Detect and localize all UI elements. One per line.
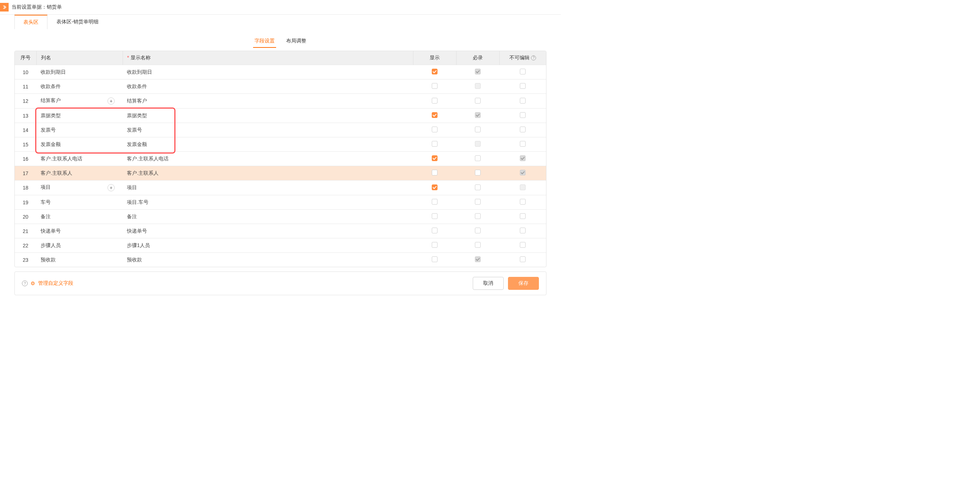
col-header-display: *显示名称 [123, 51, 413, 65]
checkbox-show[interactable] [432, 256, 438, 262]
cell-display-name[interactable]: 发票号 [123, 123, 413, 137]
cell-required [456, 65, 500, 80]
checkbox-required[interactable] [475, 213, 480, 219]
checkbox-required[interactable] [475, 127, 480, 132]
cell-display-name[interactable]: 备注 [123, 210, 413, 224]
tab-secondary-1[interactable]: 布局调整 [285, 35, 308, 48]
checkbox-required[interactable] [475, 155, 480, 161]
checkbox-show[interactable] [432, 199, 438, 205]
tab-primary-0[interactable]: 表头区 [14, 15, 48, 29]
checkbox-locked[interactable] [520, 256, 526, 262]
cell-display-name[interactable]: 预收款 [123, 253, 413, 267]
cell-seq: 15 [15, 137, 36, 152]
tab-secondary-0[interactable]: 字段设置 [253, 35, 276, 48]
cell-display-name[interactable]: 步骤1人员 [123, 239, 413, 253]
cell-name: 票据类型 [36, 108, 123, 123]
checkbox-show[interactable] [432, 228, 438, 233]
primary-tabs: 表头区表体区-销货单明细 [0, 15, 561, 29]
cell-display-name[interactable]: 项目 [123, 180, 413, 195]
cell-name: 备注 [36, 210, 123, 224]
cell-locked [500, 210, 546, 224]
cell-seq: 10 [15, 65, 36, 80]
checkbox-locked[interactable] [520, 112, 526, 118]
table-row: 15发票金额发票金额 [15, 137, 546, 152]
table-row: 17客户.主联系人客户.主联系人 [15, 166, 546, 180]
checkbox-show[interactable] [432, 83, 438, 89]
add-sub-field-button[interactable]: + [108, 184, 115, 191]
checkbox-locked[interactable] [520, 228, 526, 233]
checkbox-required[interactable] [475, 228, 480, 233]
checkbox-locked[interactable] [520, 141, 526, 147]
checkbox-locked[interactable] [520, 83, 526, 89]
cell-display-name[interactable]: 快递单号 [123, 224, 413, 239]
checkbox-show[interactable] [432, 127, 438, 132]
help-icon[interactable]: ? [22, 280, 28, 286]
checkbox-locked [520, 155, 526, 161]
checkbox-locked[interactable] [520, 98, 526, 103]
col-header-required: 必录 [456, 51, 500, 65]
add-sub-field-button[interactable]: + [108, 97, 115, 105]
cell-name: 结算客户+ [36, 94, 123, 108]
checkbox-show[interactable] [432, 213, 438, 219]
table-row: 19车号项目.车号 [15, 195, 546, 210]
footer-left: ? ⚙ 管理自定义字段 [22, 280, 73, 287]
checkbox-show[interactable] [432, 185, 438, 190]
cell-locked [500, 253, 546, 267]
table-row: 23预收款预收款 [15, 253, 546, 267]
cell-locked [500, 166, 546, 180]
checkbox-show[interactable] [432, 112, 438, 118]
checkbox-locked[interactable] [520, 242, 526, 248]
checkbox-required[interactable] [475, 199, 480, 205]
checkbox-locked[interactable] [520, 68, 526, 75]
checkbox-show[interactable] [432, 155, 438, 161]
cell-seq: 19 [15, 195, 36, 210]
checkbox-required[interactable] [475, 170, 480, 175]
cell-required [456, 152, 500, 166]
cell-name: 项目+ [36, 180, 123, 195]
checkbox-required[interactable] [475, 98, 480, 103]
cell-locked [500, 123, 546, 137]
cell-name: 发票金额 [36, 137, 123, 152]
cell-required [456, 180, 500, 195]
save-button[interactable]: 保存 [508, 277, 539, 290]
col-header-show: 显示 [413, 51, 456, 65]
checkbox-required[interactable] [475, 242, 480, 248]
cell-display-name[interactable]: 票据类型 [123, 108, 413, 123]
cell-show [413, 137, 456, 152]
cell-display-name[interactable]: 客户.主联系人电话 [123, 152, 413, 166]
checkbox-show[interactable] [432, 242, 438, 248]
checkbox-show[interactable] [432, 141, 438, 147]
chevron-right-icon [2, 5, 6, 10]
field-table-wrapper: 序号 列名 *显示名称 显示 必录 不可编辑? 10收款到期日收款到期日11收款… [14, 51, 546, 267]
checkbox-locked[interactable] [520, 213, 526, 219]
checkbox-locked[interactable] [520, 127, 526, 132]
col-header-locked: 不可编辑? [500, 51, 546, 65]
help-icon[interactable]: ? [531, 56, 536, 61]
cell-show [413, 123, 456, 137]
checkbox-show[interactable] [432, 68, 438, 75]
cell-display-name[interactable]: 发票金额 [123, 137, 413, 152]
cell-locked [500, 195, 546, 210]
cell-display-name[interactable]: 收款到期日 [123, 65, 413, 80]
checkbox-show[interactable] [432, 98, 438, 103]
cell-display-name[interactable]: 结算客户 [123, 94, 413, 108]
cell-display-name[interactable]: 收款条件 [123, 80, 413, 94]
cancel-button[interactable]: 取消 [473, 277, 504, 290]
cell-seq: 11 [15, 80, 36, 94]
cell-name: 步骤人员 [36, 239, 123, 253]
checkbox-show[interactable] [432, 170, 438, 175]
cell-required [456, 166, 500, 180]
footer-buttons: 取消 保存 [473, 277, 539, 290]
expand-toggle-button[interactable] [0, 3, 9, 11]
manage-custom-fields-link[interactable]: 管理自定义字段 [38, 280, 73, 287]
gear-icon: ⚙ [30, 280, 35, 286]
checkbox-locked[interactable] [520, 199, 526, 205]
cell-locked [500, 224, 546, 239]
cell-display-name[interactable]: 项目.车号 [123, 195, 413, 210]
cell-name: 客户.主联系人电话 [36, 152, 123, 166]
table-row: 20备注备注 [15, 210, 546, 224]
cell-show [413, 65, 456, 80]
cell-display-name[interactable]: 客户.主联系人 [123, 166, 413, 180]
tab-primary-1[interactable]: 表体区-销货单明细 [48, 15, 108, 29]
checkbox-required[interactable] [475, 185, 480, 190]
